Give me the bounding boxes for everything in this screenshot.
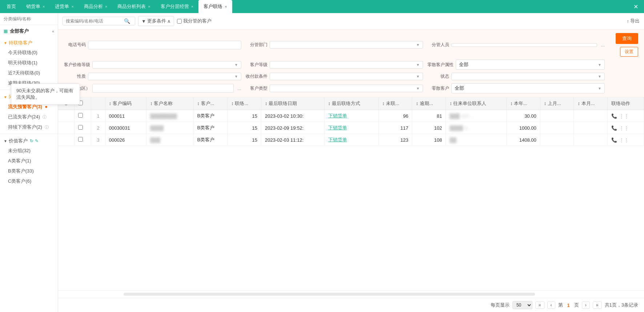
customer-tier-select[interactable]: ▼ (270, 61, 423, 69)
tab-customer-contact[interactable]: 客户联络 × (198, 0, 232, 13)
customer-type-label: 客户类型 (246, 85, 267, 92)
tab-product-analysis-list[interactable]: 商品分析列表 × (112, 0, 155, 13)
th-this-year-sort-icon[interactable]: ↕ (510, 101, 513, 106)
page-size-select[interactable]: 50 100 200 (512, 301, 532, 309)
phone-input[interactable] (88, 41, 241, 49)
th-overdue-sort-icon[interactable]: ↕ (416, 101, 418, 106)
sidebar-item-tomorrow[interactable]: 明天待联络(1) (0, 58, 58, 68)
row-checkbox-1[interactable] (78, 125, 83, 130)
th-this-month-sort-icon[interactable]: ↕ (577, 101, 580, 106)
zero-retail-select[interactable]: 全部 ▼ (451, 83, 605, 93)
customer-type-select[interactable]: ▼ (270, 85, 423, 92)
sidebar-all-customers[interactable]: ⊞ 全部客户 « (0, 25, 58, 37)
th-not-contacted-sort-icon[interactable]: ↕ (382, 101, 385, 106)
th-code-sort-icon[interactable]: ↕ (109, 101, 112, 106)
my-customers-checkbox[interactable] (177, 19, 182, 24)
th-contacts-sort-icon[interactable]: ↕ (231, 101, 234, 106)
row-checkbox-2[interactable] (78, 137, 83, 142)
export-button[interactable]: ↑ 导出 (627, 18, 640, 24)
sidebar-item-today[interactable]: 今天待联络(0) (0, 48, 58, 58)
tab-bar: 首页 销货单 × 进货单 × 商品分析 × 商品分析列表 × 客户分层经营 × … (0, 0, 644, 13)
sidebar-item-lost[interactable]: 已流失客户(24) ⓘ (0, 112, 58, 122)
th-name-sort-icon[interactable]: ↕ (150, 101, 153, 106)
sidebar-item-at-risk-label: 流失预警客户(3) (8, 104, 42, 109)
value-arrow-icon: ▼ (4, 139, 7, 143)
grid-icon: ⊞ (4, 29, 8, 34)
tab-customer-segment[interactable]: 客户分层经营 × (156, 0, 198, 13)
action-more-icon-2[interactable]: ⋮⋮ (619, 137, 629, 143)
declining-info-icon: ⓘ (45, 125, 49, 129)
td-gear-1 (58, 122, 74, 134)
row-checkbox-0[interactable] (78, 113, 83, 118)
scroll-track[interactable] (124, 293, 535, 296)
td-seq-0: 1 (91, 110, 105, 122)
price-tier-select[interactable]: ▼ (92, 61, 241, 69)
action-phone-icon-0[interactable]: 📞 (611, 113, 617, 119)
action-more-icon-0[interactable]: ⋮⋮ (619, 113, 629, 119)
sidebar-collapse-icon[interactable]: « (52, 29, 54, 33)
th-unit-contacts-sort-icon[interactable]: ↕ (450, 101, 452, 106)
tab-purchase-label: 进货单 (55, 3, 69, 10)
action-phone-icon-2[interactable]: 📞 (611, 137, 617, 143)
td-last-month-2 (540, 134, 574, 146)
sidebar-item-class-c[interactable]: C类客户(6) (0, 176, 58, 186)
dept-select[interactable]: ▼ (270, 41, 423, 49)
next-page-button[interactable]: › (582, 301, 590, 309)
settings-button[interactable]: 设置 (620, 47, 638, 57)
zero-attr-select[interactable]: 全部 ▼ (456, 60, 605, 70)
last-method-link-0[interactable]: 下销货单 (328, 113, 347, 118)
td-name-0: ████████ (146, 110, 193, 122)
th-last-month-sort-icon[interactable]: ↕ (544, 101, 547, 106)
value-edit-icon[interactable]: ✎ (35, 138, 39, 143)
sidebar-group-pending[interactable]: ▼ 待联络客户 (0, 37, 58, 48)
window-close-button[interactable]: ✕ (629, 3, 643, 10)
tab-customer-contact-label: 客户联络 (204, 3, 222, 10)
person-dots[interactable]: ... (601, 42, 605, 48)
sidebar-item-class-b-label: B类客户(33) (8, 168, 34, 174)
page-of-label: 页 (574, 302, 579, 308)
tab-sales-close[interactable]: × (43, 4, 45, 9)
tab-product-analysis-close[interactable]: × (105, 4, 107, 9)
action-phone-icon-1[interactable]: 📞 (611, 125, 617, 131)
filter-icon: ▼ (141, 19, 146, 24)
tab-customer-contact-close[interactable]: × (225, 4, 227, 9)
tab-customer-segment-close[interactable]: × (191, 4, 193, 9)
region-dots[interactable]: ... (237, 86, 241, 91)
th-last-date-sort-icon[interactable]: ↕ (265, 101, 267, 106)
sidebar-group-value[interactable]: ▼ 价值客户 ↻ ✎ (0, 135, 58, 146)
payment-select[interactable]: ▼ (270, 73, 423, 80)
filter-search-icon[interactable]: 🔍 (124, 18, 130, 24)
first-page-button[interactable]: « (535, 301, 544, 309)
search-input[interactable] (66, 19, 124, 24)
customer-tier-label: 客户等级 (246, 62, 267, 68)
tab-home[interactable]: 首页 (1, 0, 21, 13)
tab-sales[interactable]: 销货单 × (21, 0, 50, 13)
horizontal-scrollbar[interactable] (58, 290, 644, 298)
status-select[interactable]: ▼ (451, 73, 605, 80)
sidebar-search-input[interactable] (4, 16, 58, 21)
customer-type-field: 客户类型 ▼ (246, 85, 423, 92)
sidebar-item-7days[interactable]: 近7天待联络(0) (0, 68, 58, 78)
prev-page-button[interactable]: ‹ (547, 301, 555, 309)
tab-product-analysis-list-close[interactable]: × (148, 4, 150, 9)
nature-select[interactable]: ▼ (88, 73, 241, 80)
person-select[interactable] (451, 43, 597, 47)
sidebar-item-class-a[interactable]: A类客户(1) (0, 156, 58, 166)
sidebar-item-ungrouped[interactable]: 未分组(32) (0, 146, 58, 156)
last-method-link-2[interactable]: 下销货单 (328, 137, 347, 142)
payment-arrow: ▼ (416, 74, 420, 78)
action-more-icon-1[interactable]: ⋮⋮ (619, 125, 629, 131)
sidebar-item-declining[interactable]: 持续下滑客户(2) ⓘ (0, 122, 58, 132)
th-tier-sort-icon[interactable]: ↕ (197, 101, 200, 106)
th-last-method-sort-icon[interactable]: ↕ (328, 101, 331, 106)
query-button[interactable]: 查询 (616, 33, 638, 44)
region-input[interactable] (92, 84, 234, 93)
tab-purchase-close[interactable]: × (71, 4, 73, 9)
more-conditions-button[interactable]: ▼ 更多条件 ∧ (138, 16, 174, 26)
value-refresh-icon[interactable]: ↻ (30, 138, 33, 143)
sidebar-item-class-b[interactable]: B类客户(33) (0, 166, 58, 176)
tab-purchase[interactable]: 进货单 × (50, 0, 79, 13)
last-page-button[interactable]: » (593, 301, 602, 309)
last-method-link-1[interactable]: 下销货单 (328, 125, 347, 130)
tab-product-analysis[interactable]: 商品分析 × (79, 0, 112, 13)
